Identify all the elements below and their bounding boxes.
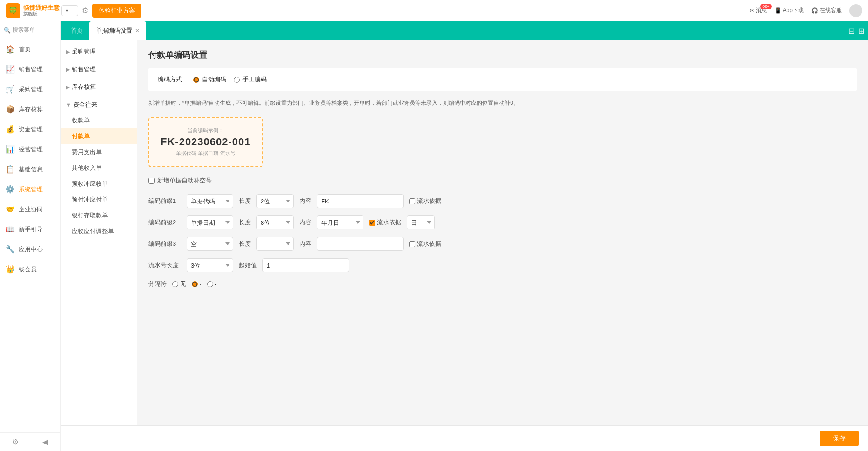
radio-auto-input[interactable] xyxy=(193,77,199,83)
apps-icon: 🔧 xyxy=(6,245,15,254)
sidebar-item-enterprise[interactable]: 🤝 企业协同 xyxy=(0,199,60,219)
app-download-btn[interactable]: 📱 App下载 xyxy=(774,7,804,14)
start-value-label: 起始值 xyxy=(239,261,257,269)
prefix1-select[interactable]: 单据代码 xyxy=(187,194,233,208)
left-nav-other-income[interactable]: 其他收入单 xyxy=(61,160,137,176)
top-bar: 🍀 畅捷通好生意 旗舰版 ▾ ⚙ 体验行业方案 ✉ 消息 99+ 📱 App下载… xyxy=(0,0,868,21)
prefix1-serial-checkbox[interactable] xyxy=(409,198,415,204)
auto-fill-checkbox[interactable] xyxy=(148,178,155,184)
sep-none-radio[interactable] xyxy=(172,281,178,287)
sidebar: 🔍 搜索菜单 🏠 首页 📈 销售管理 🛒 采购管理 📦 库存核算 💰 资金管理 … xyxy=(0,21,61,451)
start-value-input[interactable] xyxy=(262,258,349,272)
sidebar-item-operations[interactable]: 📊 经营管理 xyxy=(0,139,60,159)
prefix1-serial-label: 流水依据 xyxy=(417,197,441,205)
tab-encoding[interactable]: 单据编码设置 ✕ xyxy=(89,21,146,40)
messages-badge: 99+ xyxy=(760,4,771,9)
separator-label: 分隔符 xyxy=(148,280,167,288)
settings-icon[interactable]: ⚙ xyxy=(82,6,88,15)
prefix1-content-input[interactable] xyxy=(317,194,404,208)
code-preview-value: FK-20230602-001 xyxy=(161,136,251,148)
prefix3-content-input[interactable] xyxy=(317,237,404,251)
minimize-icon[interactable]: ⊟ xyxy=(848,27,855,35)
prefix3-serial-check[interactable]: 流水依据 xyxy=(409,240,441,248)
logo-text: 畅捷通好生意 旗舰版 xyxy=(23,4,60,17)
settings-bottom-icon[interactable]: ⚙ xyxy=(12,438,19,446)
logo: 🍀 畅捷通好生意 旗舰版 xyxy=(6,3,61,18)
radio-manual-label: 手工编码 xyxy=(242,75,267,84)
messages-btn[interactable]: ✉ 消息 99+ xyxy=(750,7,767,14)
serial-length-select[interactable]: 3位 xyxy=(187,258,233,272)
left-nav-group-sales-title[interactable]: ▶ 销售管理 xyxy=(61,61,137,77)
radio-manual-input[interactable] xyxy=(234,77,240,83)
industry-btn[interactable]: 体验行业方案 xyxy=(92,4,141,18)
code-preview-desc: 单据代码-单据日期-流水号 xyxy=(161,150,251,157)
tab-encoding-close[interactable]: ✕ xyxy=(135,27,140,34)
maximize-icon[interactable]: ⊞ xyxy=(858,27,864,35)
prefix3-length-label: 长度 xyxy=(239,240,251,248)
prefix2-content-select[interactable]: 年月日 xyxy=(317,215,363,229)
sidebar-item-system[interactable]: ⚙️ 系统管理 xyxy=(0,179,60,199)
search-menu-label: 搜索菜单 xyxy=(13,26,35,34)
left-nav-receipt[interactable]: 收款单 xyxy=(61,113,137,128)
radio-auto[interactable]: 自动编码 xyxy=(193,75,226,84)
left-nav-group-inventory-title[interactable]: ▶ 库存核算 xyxy=(61,79,137,95)
prefix1-length-label: 长度 xyxy=(239,197,251,205)
prefix1-length-select[interactable]: 2位 xyxy=(256,194,294,208)
prefix2-serial-check[interactable]: 流水依据 xyxy=(369,218,401,227)
sidebar-item-apps[interactable]: 🔧 应用中心 xyxy=(0,239,60,259)
top-bar-right: ✉ 消息 99+ 📱 App下载 🎧 在线客服 xyxy=(750,4,862,17)
prefix2-length-select[interactable]: 8位 xyxy=(256,215,294,229)
prefix3-serial-checkbox[interactable] xyxy=(409,241,415,247)
tab-home-label: 首页 xyxy=(71,27,83,35)
system-icon: ⚙️ xyxy=(6,185,15,194)
left-nav-group-purchase-title[interactable]: ▶ 采购管理 xyxy=(61,44,137,60)
prefix3-length-select[interactable] xyxy=(256,237,294,251)
prefix1-content-label: 内容 xyxy=(299,197,311,205)
prefix2-serial-unit-select[interactable]: 日 xyxy=(407,215,435,229)
sep-none[interactable]: 无 xyxy=(172,280,186,288)
sidebar-item-finance[interactable]: 💰 资金管理 xyxy=(0,119,60,139)
sep-dot2[interactable]: · xyxy=(207,281,217,288)
left-nav-advance-pay[interactable]: 预付冲应付单 xyxy=(61,192,137,208)
code-preview: 当前编码示例： FK-20230602-001 单据代码-单据日期-流水号 xyxy=(148,117,263,167)
prefix2-serial-checkbox[interactable] xyxy=(369,220,375,226)
encoding-radio-group: 自动编码 手工编码 xyxy=(193,75,267,84)
radio-manual[interactable]: 手工编码 xyxy=(234,75,267,84)
prefix3-label: 编码前缀3 xyxy=(148,240,181,248)
sidebar-item-inventory[interactable]: 📦 库存核算 xyxy=(0,99,60,119)
tab-home[interactable]: 首页 xyxy=(64,21,89,40)
purchase-group-label: 采购管理 xyxy=(72,47,96,56)
prefix2-select[interactable]: 单据日期 xyxy=(187,215,233,229)
prefix1-serial-check[interactable]: 流水依据 xyxy=(409,197,441,205)
workspace-dropdown[interactable]: ▾ xyxy=(61,5,78,16)
sep-dot2-radio[interactable] xyxy=(207,281,213,287)
sidebar-item-guide[interactable]: 📖 新手引导 xyxy=(0,219,60,239)
message-icon: ✉ xyxy=(750,7,754,14)
left-nav-expense[interactable]: 费用支出单 xyxy=(61,144,137,160)
left-nav-ar-ap-adjust[interactable]: 应收应付调整单 xyxy=(61,223,137,239)
left-nav-advance-receive[interactable]: 预收冲应收单 xyxy=(61,176,137,192)
sales-group-label: 销售管理 xyxy=(72,65,96,74)
content-area: 首页 单据编码设置 ✕ ⊟ ⊞ ▶ 采购管理 xyxy=(61,21,868,451)
sidebar-item-purchase[interactable]: 🛒 采购管理 xyxy=(0,79,60,99)
online-service-btn[interactable]: 🎧 在线客服 xyxy=(811,7,842,14)
sep-dot1[interactable]: · xyxy=(192,281,202,288)
sidebar-item-member[interactable]: 👑 畅会员 xyxy=(0,259,60,279)
prefix2-serial-label: 流水依据 xyxy=(377,218,401,227)
avatar[interactable] xyxy=(849,4,862,17)
save-button[interactable]: 保存 xyxy=(820,431,859,446)
left-nav-payment[interactable]: 付款单 xyxy=(61,128,137,144)
separator-row: 分隔符 无 · · xyxy=(148,280,857,288)
sep-dot1-label: · xyxy=(200,281,202,288)
sidebar-item-basic[interactable]: 📋 基础信息 xyxy=(0,159,60,179)
finance-icon: 💰 xyxy=(6,125,15,134)
sidebar-item-sales[interactable]: 📈 销售管理 xyxy=(0,59,60,79)
search-menu-btn[interactable]: 🔍 搜索菜单 xyxy=(4,26,56,34)
sep-dot1-radio[interactable] xyxy=(192,281,198,287)
left-nav-group-fund-title[interactable]: ▼ 资金往来 xyxy=(61,97,137,113)
prefix3-select[interactable]: 空 xyxy=(187,237,233,251)
left-nav-bank-deposit[interactable]: 银行存取款单 xyxy=(61,208,137,223)
inventory-icon: 📦 xyxy=(6,105,15,114)
collapse-icon[interactable]: ◀ xyxy=(42,438,48,446)
sidebar-item-home[interactable]: 🏠 首页 xyxy=(0,39,60,59)
